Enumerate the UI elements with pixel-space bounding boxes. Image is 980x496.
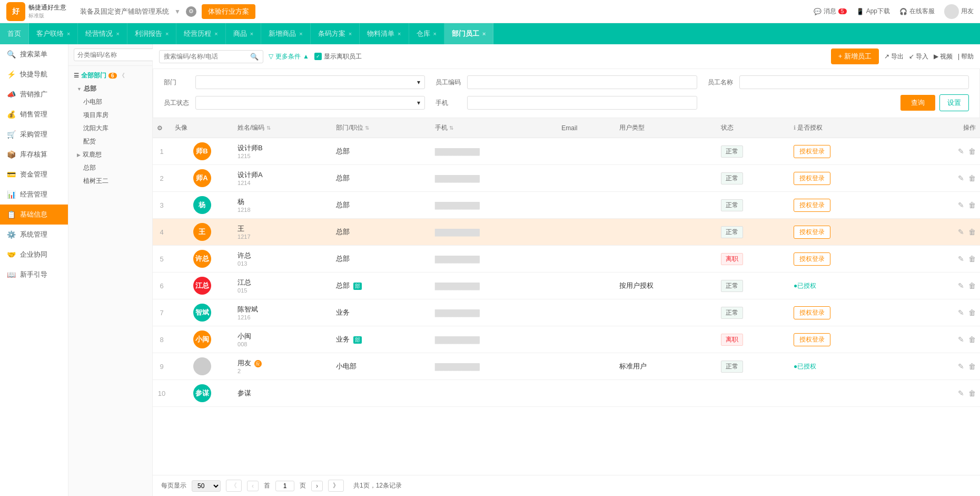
show-resigned-checkbox[interactable]: ✓ 显示离职员工 bbox=[314, 52, 362, 61]
delete-icon[interactable]: 🗑 bbox=[968, 281, 976, 290]
phone: ██████████ bbox=[435, 256, 480, 263]
view-button[interactable]: ▶视频 bbox=[934, 52, 953, 61]
emp-name-input[interactable] bbox=[739, 75, 969, 89]
sidebar-item-collab[interactable]: 🤝 企业协同 bbox=[0, 245, 68, 265]
auth-button[interactable]: 授权登录 bbox=[794, 199, 830, 212]
user-avatar bbox=[944, 4, 959, 19]
row-actions: ✎ 🗑 bbox=[922, 335, 976, 344]
delete-icon[interactable]: 🗑 bbox=[968, 255, 976, 263]
dept-node-zongbu[interactable]: 总部 bbox=[73, 82, 152, 95]
tab-add-product[interactable]: 新增商品 × bbox=[261, 23, 310, 44]
dept-collapse-btn[interactable]: 《 bbox=[119, 72, 125, 80]
search-input[interactable] bbox=[164, 53, 248, 60]
right-content: 🔍 ▽ 更多条件 ▲ ✓ 显示离职员工 + 新增员工 ↗导出 ↙导入 bbox=[153, 44, 980, 496]
dept-search-input[interactable] bbox=[74, 48, 160, 61]
dept-select[interactable]: ▾ bbox=[195, 75, 425, 89]
auth-button[interactable]: 授权登录 bbox=[794, 333, 830, 346]
sidebar-item-purchase[interactable]: 🛒 采购管理 bbox=[0, 124, 68, 144]
tab-profit[interactable]: 利润报告 × bbox=[127, 23, 176, 44]
auth-button[interactable]: 授权登录 bbox=[794, 306, 830, 319]
tab-employee[interactable]: 部门员工 × bbox=[444, 23, 493, 44]
emp-code-input[interactable] bbox=[467, 75, 697, 89]
sidebar-item-operation[interactable]: 📊 经营管理 bbox=[0, 184, 68, 205]
tab-warehouse[interactable]: 仓库 × bbox=[409, 23, 444, 44]
phone: ██████████ bbox=[435, 175, 480, 182]
edit-icon[interactable]: ✎ bbox=[958, 228, 964, 236]
avatar: 师A bbox=[193, 169, 211, 187]
delete-icon[interactable]: 🗑 bbox=[968, 308, 976, 317]
export-button[interactable]: ↗导出 bbox=[884, 52, 904, 61]
status-select[interactable]: ▾ bbox=[195, 96, 425, 110]
delete-icon[interactable]: 🗑 bbox=[968, 228, 976, 236]
delete-icon[interactable]: 🗑 bbox=[968, 335, 976, 344]
checkbox-icon: ✓ bbox=[314, 53, 322, 60]
auth-button[interactable]: 授权登录 bbox=[794, 145, 830, 158]
sidebar-item-shortcut[interactable]: ⚡ 快捷导航 bbox=[0, 64, 68, 84]
message-button[interactable]: 💬 消息 5 bbox=[814, 7, 847, 16]
sidebar-item-guide[interactable]: 📖 新手引导 bbox=[0, 265, 68, 285]
sidebar-item-marketing[interactable]: 📣 营销推广 bbox=[0, 84, 68, 104]
help-button[interactable]: |帮助 bbox=[958, 52, 974, 61]
tab-customer[interactable]: 客户联络 × bbox=[29, 23, 78, 44]
tab-barcode[interactable]: 条码方案 × bbox=[311, 23, 360, 44]
search-icon: 🔍 bbox=[6, 50, 16, 59]
page-number-input[interactable] bbox=[275, 481, 294, 491]
edit-icon[interactable]: ✎ bbox=[958, 335, 964, 344]
delete-icon[interactable]: 🗑 bbox=[968, 362, 976, 371]
query-button[interactable]: 查询 bbox=[900, 95, 935, 111]
auth-button[interactable]: 授权登录 bbox=[794, 252, 830, 266]
edit-icon[interactable]: ✎ bbox=[958, 389, 964, 397]
app-download-button[interactable]: 📱 App下载 bbox=[856, 7, 890, 16]
delete-icon[interactable]: 🗑 bbox=[968, 389, 976, 397]
edit-icon[interactable]: ✎ bbox=[958, 147, 964, 155]
prev-page-button[interactable]: ‹ bbox=[247, 481, 259, 491]
user-menu[interactable]: 用友 bbox=[944, 4, 974, 19]
more-filter-button[interactable]: ▽ 更多条件 ▲ bbox=[269, 52, 309, 61]
delete-icon[interactable]: 🗑 bbox=[968, 147, 976, 155]
auth-button[interactable]: 授权登录 bbox=[794, 172, 830, 185]
sidebar-item-search[interactable]: 🔍 搜索菜单 bbox=[0, 44, 68, 64]
phone: ██████████ bbox=[435, 148, 480, 155]
dept-node-shenyang[interactable]: 沈阳大库 bbox=[73, 122, 152, 135]
last-page-button[interactable]: 》 bbox=[328, 480, 344, 492]
tab-operation[interactable]: 经营情况 × bbox=[78, 23, 127, 44]
edit-icon[interactable]: ✎ bbox=[958, 174, 964, 182]
phone-input[interactable] bbox=[467, 96, 697, 110]
import-button[interactable]: ↙导入 bbox=[909, 52, 928, 61]
auth-button[interactable]: 授权登录 bbox=[794, 226, 830, 239]
dept-node-zb2[interactable]: 总部 bbox=[73, 161, 152, 174]
tab-history[interactable]: 经营历程 × bbox=[176, 23, 225, 44]
edit-icon[interactable]: ✎ bbox=[958, 255, 964, 263]
settings-col-icon[interactable]: ⚙ bbox=[157, 124, 163, 132]
tab-product[interactable]: 商品 × bbox=[226, 23, 261, 44]
per-page-select[interactable]: 50 100 200 bbox=[192, 480, 221, 492]
settings-icon[interactable]: ⚙ bbox=[186, 6, 196, 17]
status-badge: 正常 bbox=[721, 280, 743, 292]
online-service-button[interactable]: 🎧 在线客服 bbox=[899, 7, 935, 16]
dept-node-shuanglu[interactable]: 双鹿想 bbox=[73, 148, 152, 161]
delete-icon[interactable]: 🗑 bbox=[968, 174, 976, 182]
tab-bom[interactable]: 物料清单 × bbox=[360, 23, 409, 44]
sidebar-item-system[interactable]: ⚙️ 系统管理 bbox=[0, 225, 68, 245]
dept-node-peihuo[interactable]: 配货 bbox=[73, 135, 152, 148]
sidebar-item-basic[interactable]: 📋 基础信息 bbox=[0, 205, 68, 225]
setting-button[interactable]: 设置 bbox=[939, 94, 969, 111]
dept-node-xiaodibu[interactable]: 小电部 bbox=[73, 95, 152, 109]
dept-node-xiangmu[interactable]: 项目库房 bbox=[73, 109, 152, 122]
edit-icon[interactable]: ✎ bbox=[958, 281, 964, 290]
search-bar[interactable]: 🔍 bbox=[159, 50, 263, 63]
tab-home[interactable]: 首页 bbox=[0, 23, 29, 44]
edit-icon[interactable]: ✎ bbox=[958, 362, 964, 371]
sidebar-item-finance[interactable]: 💳 资金管理 bbox=[0, 164, 68, 184]
dept-all-header[interactable]: ☰ 全部部门 6 《 bbox=[68, 69, 152, 82]
experience-button[interactable]: 体验行业方案 bbox=[202, 4, 255, 19]
delete-icon[interactable]: 🗑 bbox=[968, 201, 976, 209]
next-page-button[interactable]: › bbox=[311, 481, 323, 491]
add-employee-button[interactable]: + 新增员工 bbox=[831, 48, 879, 64]
dept-node-zhishu[interactable]: 植树王二 bbox=[73, 174, 152, 188]
edit-icon[interactable]: ✎ bbox=[958, 308, 964, 317]
first-page-button[interactable]: 《 bbox=[226, 480, 242, 492]
sidebar-item-sales[interactable]: 💰 销售管理 bbox=[0, 104, 68, 124]
edit-icon[interactable]: ✎ bbox=[958, 201, 964, 209]
sidebar-item-inventory[interactable]: 📦 库存核算 bbox=[0, 144, 68, 164]
